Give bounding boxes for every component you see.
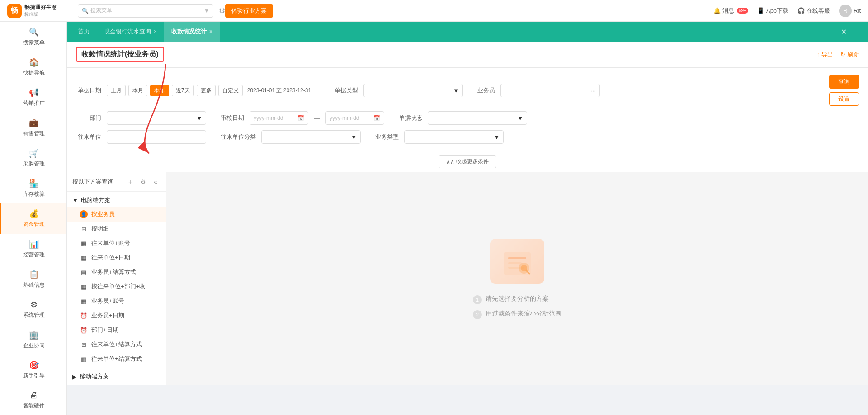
tab-cashflow-close[interactable]: × bbox=[154, 28, 157, 35]
review-date-group: 审核日期 bbox=[221, 114, 244, 122]
date-btn-this-year[interactable]: 本年 bbox=[150, 85, 169, 96]
business-type-select[interactable]: ▼ bbox=[404, 130, 504, 144]
marketing-icon: 📢 bbox=[29, 88, 39, 98]
main-content: 首页 现金银行流水查询 × 收款情况统计 × ✕ ⛶ 收款情况统计(按业务员) bbox=[67, 22, 868, 415]
online-service-button[interactable]: 🎧 在线客服 bbox=[797, 7, 830, 15]
panel-collapse-btn[interactable]: « bbox=[151, 177, 160, 187]
trial-button[interactable]: 体验行业方案 bbox=[225, 4, 273, 18]
sidebar-item-enterprise[interactable]: 🏢 企业协同 bbox=[0, 325, 66, 355]
sidebar-item-sales[interactable]: 💼 销售管理 bbox=[0, 113, 66, 143]
counterparty-type-group: 往来单位分类 bbox=[221, 133, 256, 141]
plan-item-label: 按明细 bbox=[91, 225, 109, 233]
plan-item-label: 业务员+账号 bbox=[91, 297, 124, 305]
user-avatar[interactable]: R Rit bbox=[839, 5, 861, 17]
plan-item-by-detail[interactable]: ⊞ 按明细 bbox=[67, 222, 166, 236]
counterparty-type-select[interactable]: ▼ bbox=[261, 130, 361, 144]
filter-row-3: 往来单位 ··· 往来单位分类 ▼ 业务类型 bbox=[76, 130, 859, 144]
date-btn-custom[interactable]: 自定义 bbox=[218, 85, 243, 96]
plan-item-label: 部门+日期 bbox=[91, 326, 118, 334]
calendar-icon-end: 📅 bbox=[373, 115, 380, 121]
dept-select[interactable]: ▼ bbox=[107, 111, 206, 125]
tab-receipts-close[interactable]: × bbox=[209, 28, 212, 35]
sidebar-item-marketing[interactable]: 📢 营销推广 bbox=[0, 82, 66, 113]
app-download-button[interactable]: 📱 App下载 bbox=[757, 7, 788, 15]
desktop-section-header[interactable]: ▼ 电脑端方案 bbox=[67, 193, 166, 207]
review-date-start[interactable]: yyyy-mm-dd 📅 bbox=[250, 111, 308, 125]
sidebar-item-purchase[interactable]: 🛒 采购管理 bbox=[0, 143, 66, 173]
review-date-end[interactable]: yyyy-mm-dd 📅 bbox=[326, 111, 384, 125]
sidebar-item-operations[interactable]: 📊 经营管理 bbox=[0, 234, 66, 264]
date-btn-this-month[interactable]: 本月 bbox=[128, 85, 147, 96]
plan-item-unit-settlement-2[interactable]: ▦ 往来单位+结算方式 bbox=[67, 352, 166, 366]
plan-item-dept-date[interactable]: ⏰ 部门+日期 bbox=[67, 323, 166, 337]
sidebar-item-basic-info[interactable]: 📋 基础信息 bbox=[0, 264, 66, 294]
tab-close-all-btn[interactable]: ✕ bbox=[837, 25, 850, 38]
sidebar-item-system[interactable]: ⚙ 系统管理 bbox=[0, 294, 66, 325]
review-date-label: 审核日期 bbox=[221, 114, 244, 121]
chevron-down-icon: ▼ bbox=[351, 134, 357, 141]
plan-item-by-staff[interactable]: 👤 按业务员 bbox=[67, 207, 166, 222]
export-button[interactable]: ↑ 导出 bbox=[817, 51, 834, 59]
sidebar-item-warehouse[interactable]: 🏪 库存核算 bbox=[0, 173, 66, 203]
tab-receipts[interactable]: 收款情况统计 × bbox=[164, 22, 220, 42]
hardware-icon: 🖨 bbox=[30, 391, 38, 400]
plan-item-staff-account[interactable]: ▦ 业务员+账号 bbox=[67, 294, 166, 308]
filter-settings-button[interactable]: 设置 bbox=[829, 92, 859, 106]
sidebar-item-hardware[interactable]: 🖨 智能硬件 bbox=[0, 385, 66, 415]
page-header: 收款情况统计(按业务员) ↑ 导出 ↻ 刷新 bbox=[67, 42, 868, 68]
sidebar-item-label: 销售管理 bbox=[23, 130, 45, 137]
counterparty-input[interactable]: ··· bbox=[107, 130, 206, 144]
main-layout: 🔍 搜索菜单 🏠 快捷导航 📢 营销推广 💼 销售管理 🛒 采购管理 🏪 库存核… bbox=[0, 22, 868, 415]
sidebar-item-shortcuts[interactable]: 🏠 快捷导航 bbox=[0, 52, 66, 82]
settings-gear-icon[interactable]: ⚙ bbox=[219, 6, 225, 15]
plan-item-label: 业务员+日期 bbox=[91, 311, 124, 320]
collapse-row: ∧∧ 收起更多条件 bbox=[67, 151, 868, 172]
plan-item-unit-dept[interactable]: ▦ 按往来单位+部门+收... bbox=[67, 279, 166, 294]
sidebar-item-label: 资金管理 bbox=[23, 221, 45, 228]
left-panel: 按以下方案查询 + ⚙ « ▼ 电脑端方案 👤 bbox=[67, 172, 166, 385]
plan-item-icon-sp: ▤ bbox=[80, 268, 88, 276]
date-range-text: 2023-01-01 至 2023-12-31 bbox=[247, 87, 311, 94]
panel-settings-btn[interactable]: ⚙ bbox=[138, 177, 148, 187]
sidebar-item-search[interactable]: 🔍 搜索菜单 bbox=[0, 22, 66, 52]
date-btn-prev-month[interactable]: 上月 bbox=[107, 85, 126, 96]
tab-home[interactable]: 首页 bbox=[71, 22, 97, 42]
plan-item-staff-payment[interactable]: ▤ 业务员+结算方式 bbox=[67, 265, 166, 279]
panel-add-btn[interactable]: + bbox=[125, 177, 135, 187]
plan-item-unit-account[interactable]: ▦ 往来单位+账号 bbox=[67, 236, 166, 250]
top-header: 畅 畅捷通好生意 标准版 🔍 搜索菜单 ▼ ⚙ 体验行业方案 🔔 消息 99+ … bbox=[0, 0, 868, 22]
warehouse-icon: 🏪 bbox=[29, 179, 39, 189]
query-button[interactable]: 查询 bbox=[829, 75, 859, 89]
plan-item-unit-settlement-1[interactable]: ⊞ 往来单位+结算方式 bbox=[67, 337, 166, 352]
plan-item-staff-date[interactable]: ⏰ 业务员+日期 bbox=[67, 308, 166, 323]
date-btn-more[interactable]: 更多 bbox=[197, 85, 216, 96]
sidebar-item-finance[interactable]: 💰 资金管理 bbox=[0, 203, 66, 234]
voucher-status-group: 单据状态 bbox=[399, 114, 422, 122]
header-search-bar[interactable]: 🔍 搜索菜单 ▼ bbox=[78, 4, 213, 18]
refresh-button[interactable]: ↻ 刷新 bbox=[840, 51, 859, 59]
page-content: 收款情况统计(按业务员) ↑ 导出 ↻ 刷新 单据日期 bbox=[67, 42, 868, 415]
collapse-up-icon: ∧∧ bbox=[446, 159, 454, 165]
tab-bar: 首页 现金银行流水查询 × 收款情况统计 × ✕ ⛶ bbox=[67, 22, 868, 42]
tab-maximize-btn[interactable]: ⛶ bbox=[852, 25, 864, 38]
mobile-section-header[interactable]: ▶ 移动端方案 bbox=[67, 370, 166, 383]
svg-rect-1 bbox=[508, 257, 526, 259]
sidebar-item-label: 新手引导 bbox=[23, 372, 45, 380]
date-label: 单据日期 bbox=[76, 86, 101, 94]
voucher-type-select[interactable]: ▼ bbox=[363, 84, 463, 97]
sidebar-item-label: 企业协同 bbox=[23, 342, 45, 349]
date-btn-7days[interactable]: 近7天 bbox=[172, 85, 194, 96]
chevron-down-icon: ▼ bbox=[494, 134, 500, 141]
export-icon: ↑ bbox=[817, 51, 820, 58]
date-dash: — bbox=[314, 114, 320, 122]
collapse-button[interactable]: ∧∧ 收起更多条件 bbox=[439, 155, 496, 168]
tab-bar-actions: ✕ ⛶ bbox=[837, 25, 864, 38]
plan-item-label: 往来单位+日期 bbox=[91, 254, 130, 262]
staff-select[interactable]: ··· bbox=[500, 84, 600, 97]
plan-item-unit-date[interactable]: ▦ 往来单位+日期 bbox=[67, 250, 166, 265]
tab-cashflow[interactable]: 现金银行流水查询 × bbox=[97, 22, 164, 42]
sidebar-item-guide[interactable]: 🎯 新手引导 bbox=[0, 355, 66, 385]
voucher-status-select[interactable]: ▼ bbox=[428, 111, 527, 125]
search-icon: 🔍 bbox=[82, 8, 89, 14]
notification-button[interactable]: 🔔 消息 99+ bbox=[713, 7, 748, 15]
